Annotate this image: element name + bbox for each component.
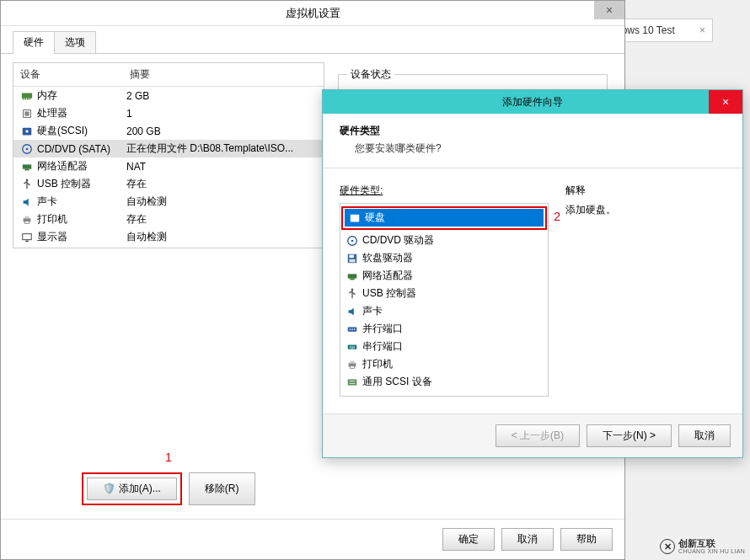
hardware-type-item[interactable]: 网络适配器 xyxy=(342,267,546,285)
cancel-button[interactable]: 取消 xyxy=(501,528,554,551)
hardware-type-item[interactable]: 声卡 xyxy=(342,302,546,320)
hardware-type-item[interactable]: 0|0串行端口 xyxy=(342,338,546,355)
svg-rect-18 xyxy=(25,240,29,242)
hardware-row[interactable]: 处理器1 xyxy=(13,104,324,122)
wizard-header: 硬件类型 您要安装哪类硬件? xyxy=(323,114,742,168)
hardware-panel: 设备 摘要 内存2 GB处理器1硬盘(SCSI)200 GBCD/DVD (SA… xyxy=(13,62,324,514)
explanation-text: 添加硬盘。 xyxy=(565,203,726,217)
device-status-legend: 设备状态 xyxy=(347,67,394,82)
hardware-type-label: 网络适配器 xyxy=(362,269,413,283)
memory-icon xyxy=(20,89,34,103)
hardware-device-name: 处理器 xyxy=(37,106,67,120)
hardware-list-header: 设备 摘要 xyxy=(13,63,324,87)
hardware-row[interactable]: 声卡自动检测 xyxy=(13,193,324,211)
annotation-marker-2: 2 xyxy=(554,210,560,223)
background-tab-label: lows 10 Test xyxy=(619,24,675,36)
add-hardware-wizard: 添加硬件向导 × 硬件类型 您要安装哪类硬件? 硬件类型: 硬盘 2 CD/DV… xyxy=(322,89,743,458)
hardware-type-label: 硬盘 xyxy=(365,211,385,225)
hardware-device-name: 内存 xyxy=(37,88,57,103)
brand-logo: ✕ 创新互联 CHUANG XIN HU LIAN xyxy=(660,538,745,555)
tab-hardware[interactable]: 硬件 xyxy=(13,31,55,53)
settings-titlebar: 虚拟机设置 × xyxy=(1,1,624,26)
hardware-row[interactable]: CD/DVD (SATA)正在使用文件 D:\B08.Template\ISO.… xyxy=(13,140,324,157)
remove-hardware-button[interactable]: 移除(R) xyxy=(189,472,255,505)
svg-rect-1 xyxy=(23,98,24,99)
svg-rect-6 xyxy=(24,111,29,115)
wizard-titlebar: 添加硬件向导 × xyxy=(323,90,742,114)
wizard-title: 添加硬件向导 xyxy=(502,95,563,109)
hardware-type-label: 通用 SCSI 设备 xyxy=(362,375,432,389)
svg-point-13 xyxy=(26,179,29,181)
annotation-marker-1: 1 xyxy=(13,451,324,464)
wizard-cancel-button[interactable]: 取消 xyxy=(678,424,731,447)
svg-point-32 xyxy=(354,328,356,330)
hardware-type-label: CD/DVD 驱动器 xyxy=(362,233,434,248)
hardware-type-item[interactable]: 软盘驱动器 xyxy=(342,249,546,267)
cd-icon xyxy=(346,234,359,248)
hardware-row[interactable]: 打印机存在 xyxy=(13,211,324,228)
hardware-row[interactable]: 显示器自动检测 xyxy=(13,228,324,246)
usb-icon xyxy=(346,287,359,301)
svg-rect-37 xyxy=(350,365,354,368)
hardware-type-label: 串行端口 xyxy=(362,339,403,354)
brand-logo-icon: ✕ xyxy=(660,539,675,554)
sound-icon xyxy=(20,195,34,209)
sound-icon xyxy=(346,305,359,318)
wizard-back-button[interactable]: < 上一步(B) xyxy=(496,424,580,447)
svg-rect-12 xyxy=(24,168,29,170)
svg-rect-0 xyxy=(22,93,32,98)
settings-title: 虚拟机设置 xyxy=(286,6,340,21)
hardware-row[interactable]: 网络适配器NAT xyxy=(13,157,324,175)
add-hardware-button[interactable]: 🛡️ 添加(A)... xyxy=(87,477,176,500)
hardware-type-item[interactable]: USB 控制器 xyxy=(342,285,546,302)
svg-rect-2 xyxy=(24,98,26,99)
disk-icon xyxy=(20,125,34,138)
network-icon xyxy=(20,160,34,173)
ok-button[interactable]: 确定 xyxy=(442,528,495,551)
floppy-icon xyxy=(346,252,359,265)
hardware-row[interactable]: USB 控制器存在 xyxy=(13,175,324,193)
svg-text:0|0: 0|0 xyxy=(350,344,356,349)
background-tab-close-icon[interactable]: × xyxy=(699,24,705,36)
hardware-type-item[interactable]: 打印机 xyxy=(342,355,546,373)
hardware-row[interactable]: 硬盘(SCSI)200 GB xyxy=(13,122,324,140)
settings-tabs: 硬件 选项 xyxy=(1,26,624,54)
hardware-device-name: 显示器 xyxy=(37,230,67,244)
svg-rect-3 xyxy=(27,98,29,99)
tab-options[interactable]: 选项 xyxy=(54,31,96,53)
hardware-type-label: 硬件类型: xyxy=(340,184,549,198)
hardware-device-name: 打印机 xyxy=(37,212,67,227)
network-icon xyxy=(346,269,359,283)
settings-close-button[interactable]: × xyxy=(594,1,624,19)
hardware-buttons-row: 🛡️ 添加(A)... 移除(R) xyxy=(13,464,324,514)
wizard-next-button[interactable]: 下一步(N) > xyxy=(587,424,672,447)
cpu-icon xyxy=(20,107,34,120)
hardware-type-item[interactable]: 通用 SCSI 设备 xyxy=(342,373,546,391)
svg-rect-11 xyxy=(23,164,32,168)
hardware-type-label: 打印机 xyxy=(362,357,393,371)
scsi-icon xyxy=(346,376,359,389)
hardware-type-label: 软盘驱动器 xyxy=(362,251,413,265)
hardware-type-item[interactable]: 并行端口 xyxy=(342,320,546,338)
help-button[interactable]: 帮助 xyxy=(560,528,613,551)
hardware-type-item[interactable]: CD/DVD 驱动器 xyxy=(342,232,546,249)
svg-rect-4 xyxy=(29,98,31,99)
hardware-type-item[interactable]: 硬盘 xyxy=(345,209,544,227)
hardware-type-list[interactable]: 硬盘 2 CD/DVD 驱动器软盘驱动器网络适配器USB 控制器声卡并行端口0|… xyxy=(340,203,549,397)
svg-rect-36 xyxy=(350,360,354,363)
usb-icon xyxy=(20,178,34,191)
background-tab[interactable]: lows 10 Test × xyxy=(612,19,713,42)
wizard-footer: < 上一步(B) 下一步(N) > 取消 xyxy=(323,413,742,457)
settings-footer: 确定 取消 帮助 xyxy=(1,519,624,559)
wizard-heading: 硬件类型 xyxy=(340,124,726,138)
svg-rect-39 xyxy=(350,381,356,381)
parallel-icon xyxy=(346,323,359,336)
printer-icon xyxy=(346,358,359,371)
hardware-list: 设备 摘要 内存2 GB处理器1硬盘(SCSI)200 GBCD/DVD (SA… xyxy=(13,62,324,248)
hardware-row[interactable]: 内存2 GB xyxy=(13,87,324,104)
svg-point-10 xyxy=(26,147,29,150)
explanation-label: 解释 xyxy=(565,184,726,198)
hardware-summary: 1 xyxy=(126,108,317,120)
wizard-close-button[interactable]: × xyxy=(709,90,742,114)
annotation-box-add: 🛡️ 添加(A)... xyxy=(82,472,181,505)
